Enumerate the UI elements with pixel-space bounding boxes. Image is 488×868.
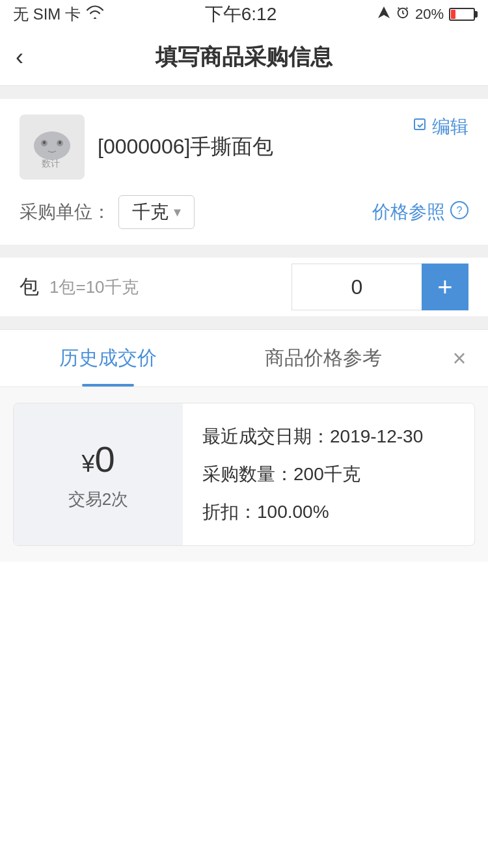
- back-button[interactable]: ‹: [16, 44, 23, 71]
- recent-date-row: 最近成交日期：2019-12-30: [202, 423, 455, 450]
- purchase-qty-row: 采购数量：200千克: [202, 461, 455, 488]
- edit-button[interactable]: 编辑: [413, 115, 468, 139]
- alarm-icon: [396, 5, 410, 23]
- product-left: 数计 [0000006]手撕面包: [20, 115, 273, 180]
- quantity-input[interactable]: [291, 264, 422, 310]
- svg-text:?: ?: [457, 205, 463, 216]
- svg-text:数计: 数计: [42, 158, 60, 169]
- question-circle-icon: ?: [450, 201, 468, 224]
- product-header: 数计 [0000006]手撕面包 编辑: [20, 115, 468, 180]
- quantity-input-group: +: [291, 264, 468, 310]
- quantity-row: 包 1包=10千克 +: [0, 258, 488, 316]
- unit-conversion-label: 1包=10千克: [49, 276, 139, 299]
- svg-rect-8: [414, 119, 425, 129]
- recent-date-label: 最近成交日期：: [202, 426, 330, 446]
- status-bar: 无 SIM 卡 下午6:12 20%: [0, 0, 488, 29]
- unit-left: 采购单位： 千克 ▾: [20, 195, 195, 229]
- quantity-plus-button[interactable]: +: [422, 264, 468, 310]
- wifi-icon: [86, 5, 104, 23]
- tab-price-reference[interactable]: 商品价格参考: [215, 330, 431, 387]
- divider: [0, 245, 488, 258]
- svg-marker-0: [378, 7, 390, 18]
- navigation-icon: [377, 6, 390, 23]
- purchase-qty-label: 采购数量：: [202, 464, 293, 484]
- tab-close-button[interactable]: ×: [431, 330, 488, 387]
- product-thumbnail: 数计: [20, 115, 85, 180]
- history-price-value: ¥0: [81, 438, 115, 480]
- battery-percent: 20%: [415, 6, 444, 23]
- package-unit-label: 包: [20, 274, 39, 301]
- main-content-area: [0, 562, 488, 868]
- price-reference-button[interactable]: 价格参照 ?: [372, 200, 468, 224]
- discount-row: 折扣：100.00%: [202, 498, 455, 526]
- discount-label: 折扣：: [202, 502, 257, 522]
- battery-icon: [449, 8, 475, 21]
- product-card: 数计 [0000006]手撕面包 编辑 采购单位： 千克 ▾ 价格参照 ?: [0, 99, 488, 245]
- purchase-qty-value: 200千克: [293, 464, 360, 484]
- pencil-square-icon: [413, 116, 428, 137]
- tab-section: 历史成交价 商品价格参考 × ¥0 交易2次 最近成交日期：2019-12-30…: [0, 329, 488, 868]
- product-unit-row: 采购单位： 千克 ▾ 价格参照 ?: [20, 195, 468, 229]
- product-name: [0000006]手撕面包: [98, 133, 273, 161]
- tab-bar: 历史成交价 商品价格参考 ×: [0, 330, 488, 387]
- tab-history-price[interactable]: 历史成交价: [0, 330, 215, 387]
- discount-value: 100.00%: [257, 502, 329, 522]
- status-bar-left: 无 SIM 卡: [13, 4, 104, 25]
- unit-select[interactable]: 千克 ▾: [118, 195, 195, 229]
- tab-active-indicator: [82, 384, 134, 387]
- page-title: 填写商品采购信息: [156, 42, 332, 72]
- currency-symbol: ¥: [81, 450, 94, 477]
- sim-label: 无 SIM 卡: [13, 4, 81, 25]
- svg-point-5: [43, 141, 46, 144]
- svg-point-2: [34, 131, 70, 160]
- history-price-panel: ¥0 交易2次: [14, 403, 183, 545]
- svg-point-6: [59, 141, 61, 144]
- status-time: 下午6:12: [205, 2, 277, 27]
- history-trades-count: 交易2次: [68, 488, 128, 511]
- history-details-panel: 最近成交日期：2019-12-30 采购数量：200千克 折扣：100.00%: [183, 403, 474, 545]
- unit-label: 采购单位：: [20, 200, 111, 224]
- nav-bar: ‹ 填写商品采购信息: [0, 29, 488, 86]
- chevron-down-icon: ▾: [174, 204, 181, 221]
- status-bar-right: 20%: [377, 5, 475, 23]
- recent-date-value: 2019-12-30: [330, 426, 423, 446]
- history-card: ¥0 交易2次 最近成交日期：2019-12-30 采购数量：200千克 折扣：…: [13, 403, 475, 546]
